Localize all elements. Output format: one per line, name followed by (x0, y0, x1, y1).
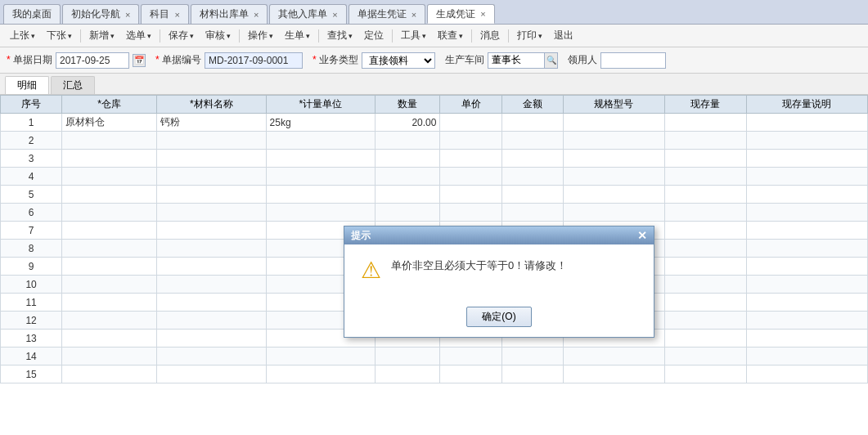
dialog-titlebar: 提示 ✕ (344, 226, 654, 244)
tab-close-4[interactable]: × (332, 10, 337, 20)
toolbar-sep-after-联查 (471, 29, 472, 43)
dropdown-arrow-操作: ▾ (269, 32, 273, 40)
date-input[interactable] (56, 52, 129, 69)
toolbar-btn-上张[interactable]: 上张▾ (5, 27, 40, 44)
workshop-search-icon[interactable]: 🔍 (545, 52, 558, 69)
toolbar-btn-操作[interactable]: 操作▾ (243, 27, 278, 44)
dropdown-arrow-工具: ▾ (422, 32, 426, 40)
toolbar-btn-消息[interactable]: 消息 (475, 27, 505, 44)
tab-close-2[interactable]: × (174, 10, 179, 20)
toolbar-sep-after-下张 (80, 29, 81, 43)
billno-field: * 单据编号 (155, 52, 303, 69)
tab-close-1[interactable]: × (125, 10, 130, 20)
dropdown-arrow-查找: ▾ (349, 32, 353, 40)
workshop-field: 生产车间 🔍 (445, 52, 558, 69)
billno-label: * 单据编号 (155, 53, 201, 67)
toolbar-btn-新增[interactable]: 新增▾ (84, 27, 119, 44)
receiver-label: 领用人 (568, 53, 597, 67)
dialog-overlay: 提示 ✕ ⚠ 单价非空且必须大于等于0！请修改！ 确定(O) (0, 95, 868, 435)
dropdown-arrow-审核: ▾ (227, 32, 231, 40)
tab-label-0: 我的桌面 (12, 7, 52, 21)
tab-6[interactable]: 生成凭证× (427, 4, 494, 24)
calendar-icon[interactable]: 📅 (133, 54, 146, 67)
toolbar-btn-审核[interactable]: 审核▾ (200, 27, 236, 44)
dropdown-arrow-新增: ▾ (110, 32, 115, 40)
detail-tab-汇总[interactable]: 汇总 (51, 76, 95, 94)
toolbar-btn-选单[interactable]: 选单▾ (121, 27, 156, 44)
tab-1[interactable]: 初始化导航× (62, 4, 139, 24)
form-area: * 单据日期 📅 * 单据编号 * 业务类型 直接领料 生产车间 🔍 领用人 (0, 47, 868, 74)
dialog-title: 提示 (351, 229, 371, 243)
alert-dialog: 提示 ✕ ⚠ 单价非空且必须大于等于0！请修改！ 确定(O) (344, 226, 654, 338)
tab-label-5: 单据生凭证 (358, 7, 407, 21)
tab-label-1: 初始化导航 (71, 7, 120, 21)
detail-tabs-bar: 明细汇总 (0, 74, 868, 95)
table-container: 序号*仓库*材料名称*计量单位数量单价金额规格型号现存量现存量说明 1原材料仓钙… (0, 95, 868, 435)
toolbar-sep-after-审核 (239, 29, 240, 43)
dropdown-arrow-打印: ▾ (538, 32, 542, 40)
tab-close-3[interactable]: × (254, 10, 259, 20)
toolbar-btn-工具[interactable]: 工具▾ (396, 27, 431, 44)
dropdown-arrow-上张: ▾ (31, 32, 35, 40)
workshop-search-wrap: 🔍 (488, 52, 558, 69)
tab-label-3: 材料出库单 (200, 7, 249, 21)
tab-label-2: 科目 (150, 7, 169, 21)
receiver-input[interactable] (600, 52, 666, 69)
dialog-confirm-button[interactable]: 确定(O) (466, 307, 531, 327)
dropdown-arrow-选单: ▾ (147, 32, 151, 40)
toolbar-sep-after-选单 (160, 29, 160, 43)
dropdown-arrow-保存: ▾ (190, 32, 194, 40)
toolbar-sep-after-生单 (318, 29, 319, 43)
detail-tab-明细[interactable]: 明细 (5, 76, 49, 94)
dropdown-arrow-生单: ▾ (306, 32, 310, 40)
tab-0[interactable]: 我的桌面 (3, 4, 61, 24)
tab-close-5[interactable]: × (412, 10, 416, 20)
date-field: * 单据日期 📅 (7, 52, 146, 69)
dialog-close-icon[interactable]: ✕ (637, 230, 647, 241)
toolbar-btn-查找[interactable]: 查找▾ (322, 27, 358, 44)
toolbar-btn-生单[interactable]: 生单▾ (280, 27, 315, 44)
tab-close-6[interactable]: × (480, 9, 485, 19)
dialog-body: ⚠ 单价非空且必须大于等于0！请修改！ (344, 244, 654, 302)
workshop-input[interactable] (488, 52, 545, 69)
toolbar-btn-定位[interactable]: 定位 (359, 27, 389, 44)
tab-3[interactable]: 材料出库单× (191, 4, 268, 24)
toolbar-sep-after-消息 (508, 29, 509, 43)
tab-5[interactable]: 单据生凭证× (349, 4, 425, 24)
toolbar-sep-after-定位 (392, 29, 393, 43)
biztype-select[interactable]: 直接领料 (362, 52, 435, 69)
toolbar-btn-联查[interactable]: 联查▾ (433, 27, 468, 44)
toolbar: 上张▾下张▾新增▾选单▾保存▾审核▾操作▾生单▾查找▾定位工具▾联查▾消息打印▾… (0, 25, 868, 47)
tab-4[interactable]: 其他入库单× (269, 4, 346, 24)
dropdown-arrow-下张: ▾ (68, 32, 72, 40)
biztype-field: * 业务类型 直接领料 (313, 52, 435, 69)
workshop-label: 生产车间 (445, 53, 484, 67)
tab-2[interactable]: 科目× (141, 4, 188, 24)
dialog-footer: 确定(O) (344, 302, 654, 337)
dialog-message: 单价非空且必须大于等于0！请修改！ (391, 258, 637, 275)
billno-input[interactable] (205, 52, 303, 69)
toolbar-btn-打印[interactable]: 打印▾ (512, 27, 547, 44)
tab-bar: 我的桌面初始化导航×科目×材料出库单×其他入库单×单据生凭证×生成凭证× (0, 0, 868, 25)
dropdown-arrow-联查: ▾ (459, 32, 463, 40)
warning-icon: ⚠ (361, 259, 381, 282)
tab-label-4: 其他入库单 (278, 7, 327, 21)
date-label: * 单据日期 (7, 53, 52, 67)
biztype-label: * 业务类型 (313, 53, 358, 67)
tab-label-6: 生成凭证 (436, 7, 475, 21)
toolbar-btn-退出[interactable]: 退出 (549, 27, 578, 44)
receiver-field: 领用人 (568, 52, 666, 69)
toolbar-btn-保存[interactable]: 保存▾ (164, 27, 199, 44)
toolbar-btn-下张[interactable]: 下张▾ (42, 27, 77, 44)
